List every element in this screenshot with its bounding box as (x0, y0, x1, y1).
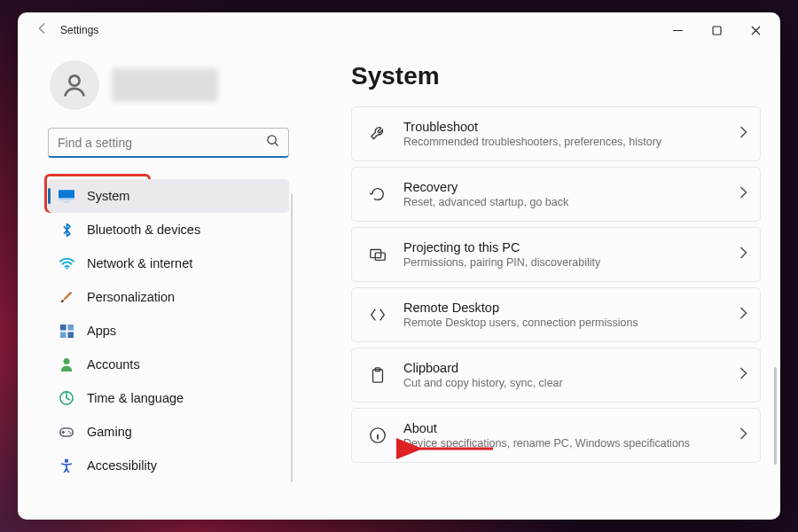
window-title: Settings (60, 24, 98, 36)
svg-point-16 (65, 459, 68, 463)
globe-clock-icon (59, 390, 74, 406)
search-input[interactable] (58, 136, 266, 150)
main-scrollbar[interactable] (774, 367, 777, 465)
chevron-right-icon (739, 367, 747, 383)
svg-rect-4 (59, 198, 74, 200)
search-box[interactable] (48, 128, 289, 158)
svg-rect-0 (713, 27, 721, 35)
card-about[interactable]: About Device specifications, rename PC, … (351, 408, 761, 463)
window-controls (658, 17, 775, 43)
profile-name-redacted (112, 68, 218, 102)
card-subtitle: Device specifications, rename PC, Window… (403, 437, 724, 450)
card-title: Troubleshoot (403, 120, 724, 134)
sidebar-item-bluetooth[interactable]: Bluetooth & devices (48, 213, 289, 246)
chevron-right-icon (739, 307, 747, 323)
wifi-icon (59, 255, 74, 271)
projecting-icon (368, 245, 387, 264)
wrench-icon (368, 124, 387, 144)
page-title: System (351, 62, 761, 90)
sidebar-item-gaming[interactable]: Gaming (48, 415, 289, 449)
sidebar-scrollbar[interactable] (291, 193, 293, 482)
sidebar-item-label: Accounts (87, 357, 140, 372)
sidebar-item-accessibility[interactable]: Accessibility (48, 449, 289, 482)
card-recovery[interactable]: Recovery Reset, advanced startup, go bac… (351, 167, 761, 222)
svg-point-14 (68, 430, 70, 432)
svg-rect-7 (60, 325, 66, 331)
sidebar-item-label: System (87, 189, 129, 203)
apps-icon (59, 323, 74, 339)
svg-rect-10 (67, 332, 74, 338)
card-remote-desktop[interactable]: Remote Desktop Remote Desktop users, con… (351, 287, 761, 342)
titlebar: Settings (18, 12, 780, 48)
svg-point-6 (66, 267, 67, 269)
svg-rect-5 (63, 200, 69, 202)
sidebar-item-label: Personalization (87, 290, 175, 304)
profile-block[interactable] (50, 60, 289, 110)
sidebar-item-label: Bluetooth & devices (87, 223, 200, 237)
person-icon (59, 356, 74, 372)
maximize-button[interactable] (697, 17, 736, 43)
chevron-right-icon (739, 246, 747, 262)
nav-list: System Bluetooth & devices Network & int… (48, 179, 289, 482)
card-subtitle: Recommended troubleshooters, preferences… (403, 136, 724, 148)
main-content: System Troubleshoot Recommended troubles… (301, 48, 780, 520)
gamepad-icon (59, 424, 74, 440)
card-title: About (403, 421, 724, 435)
card-subtitle: Reset, advanced startup, go back (403, 196, 724, 208)
settings-window: Settings System (18, 12, 780, 520)
clipboard-icon (368, 365, 387, 385)
sidebar-item-accounts[interactable]: Accounts (48, 348, 289, 381)
info-icon (368, 426, 387, 445)
card-title: Projecting to this PC (403, 240, 724, 254)
bluetooth-icon (59, 222, 74, 238)
remote-desktop-icon (368, 305, 387, 325)
monitor-icon (59, 188, 74, 204)
sidebar-item-personalization[interactable]: Personalization (48, 280, 289, 314)
sidebar-item-apps[interactable]: Apps (48, 314, 289, 348)
card-subtitle: Cut and copy history, sync, clear (403, 377, 724, 389)
recovery-icon (368, 184, 387, 204)
accessibility-icon (59, 458, 74, 473)
minimize-button[interactable] (658, 17, 697, 43)
svg-point-1 (69, 75, 79, 85)
card-title: Remote Desktop (403, 301, 724, 315)
paintbrush-icon (59, 289, 74, 305)
card-subtitle: Remote Desktop users, connection permiss… (403, 317, 724, 329)
back-button[interactable] (30, 22, 55, 38)
svg-point-11 (64, 358, 70, 364)
sidebar-item-time[interactable]: Time & language (48, 381, 289, 415)
sidebar-item-label: Apps (87, 324, 116, 338)
svg-rect-18 (375, 253, 385, 260)
svg-rect-8 (67, 325, 74, 331)
search-icon (266, 134, 279, 151)
card-title: Recovery (403, 180, 724, 194)
sidebar-item-label: Accessibility (87, 458, 157, 473)
card-troubleshoot[interactable]: Troubleshoot Recommended troubleshooters… (351, 106, 761, 161)
close-button[interactable] (736, 17, 775, 43)
sidebar-item-network[interactable]: Network & internet (48, 246, 289, 280)
avatar (50, 60, 99, 110)
settings-card-list: Troubleshoot Recommended troubleshooters… (351, 106, 761, 463)
chevron-right-icon (739, 126, 747, 142)
card-clipboard[interactable]: Clipboard Cut and copy history, sync, cl… (351, 348, 761, 403)
sidebar-item-label: Time & language (87, 391, 184, 405)
sidebar-item-system[interactable]: System (48, 179, 289, 213)
svg-point-15 (70, 432, 72, 434)
sidebar-item-label: Gaming (87, 425, 132, 439)
card-subtitle: Permissions, pairing PIN, discoverabilit… (403, 256, 724, 269)
svg-point-2 (268, 136, 276, 144)
chevron-right-icon (739, 427, 747, 443)
sidebar: System Bluetooth & devices Network & int… (18, 48, 301, 520)
chevron-right-icon (739, 186, 747, 202)
card-title: Clipboard (403, 361, 724, 375)
sidebar-item-label: Network & internet (87, 256, 192, 270)
svg-rect-9 (60, 332, 66, 338)
card-projecting[interactable]: Projecting to this PC Permissions, pairi… (351, 227, 761, 282)
